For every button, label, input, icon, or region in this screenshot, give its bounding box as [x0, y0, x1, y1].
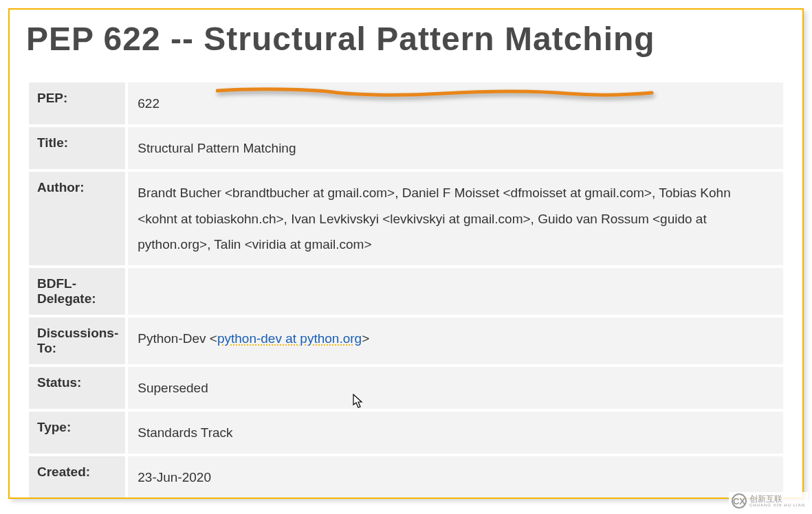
- meta-label-created: Created:: [29, 456, 125, 498]
- table-row: Type: Standards Track: [29, 412, 783, 454]
- watermark: CX 创新互联 CHUANG XIN HU LIAN: [729, 492, 808, 510]
- meta-label-author: Author:: [29, 172, 125, 265]
- page-title: PEP 622 -- Structural Pattern Matching: [26, 22, 786, 56]
- meta-label-status: Status:: [29, 367, 125, 409]
- meta-label-pep: PEP:: [29, 82, 125, 124]
- discussions-prefix: Python-Dev <: [138, 331, 217, 346]
- meta-value-title: Structural Pattern Matching: [128, 127, 783, 169]
- watermark-sub: CHUANG XIN HU LIAN: [749, 503, 805, 507]
- table-row: Title: Structural Pattern Matching: [29, 127, 783, 169]
- meta-value-created: 23-Jun-2020: [128, 456, 783, 498]
- meta-value-author: Brandt Bucher <brandtbucher at gmail.com…: [128, 172, 783, 265]
- table-row: Status: Superseded: [29, 367, 783, 409]
- meta-label-discussions-to: Discussions-To:: [29, 317, 125, 364]
- meta-value-status: Superseded: [128, 367, 783, 409]
- meta-label-type: Type:: [29, 412, 125, 454]
- meta-label-title: Title:: [29, 127, 125, 169]
- watermark-text: 创新互联 CHUANG XIN HU LIAN: [749, 495, 805, 507]
- meta-value-pep: 622: [128, 82, 783, 124]
- document-frame: PEP 622 -- Structural Pattern Matching P…: [8, 8, 804, 499]
- table-row: Created: 23-Jun-2020: [29, 456, 783, 498]
- watermark-logo-icon: CX: [732, 493, 747, 509]
- metadata-table: PEP: 622 Title: Structural Pattern Match…: [26, 80, 786, 499]
- table-row: Discussions-To: Python-Dev <python-dev a…: [29, 317, 783, 364]
- watermark-main: 创新互联: [749, 494, 782, 504]
- meta-value-type: Standards Track: [128, 412, 783, 454]
- meta-label-bdfl-delegate: BDFL-Delegate:: [29, 268, 125, 315]
- discussions-suffix: >: [362, 331, 369, 346]
- table-row: BDFL-Delegate:: [29, 268, 783, 315]
- table-row: PEP: 622: [29, 82, 783, 124]
- meta-value-discussions-to: Python-Dev <python-dev at python.org>: [128, 317, 783, 364]
- discussions-link[interactable]: python-dev at python.org: [217, 331, 362, 346]
- table-row: Author: Brandt Bucher <brandtbucher at g…: [29, 172, 783, 265]
- meta-value-bdfl-delegate: [128, 268, 783, 315]
